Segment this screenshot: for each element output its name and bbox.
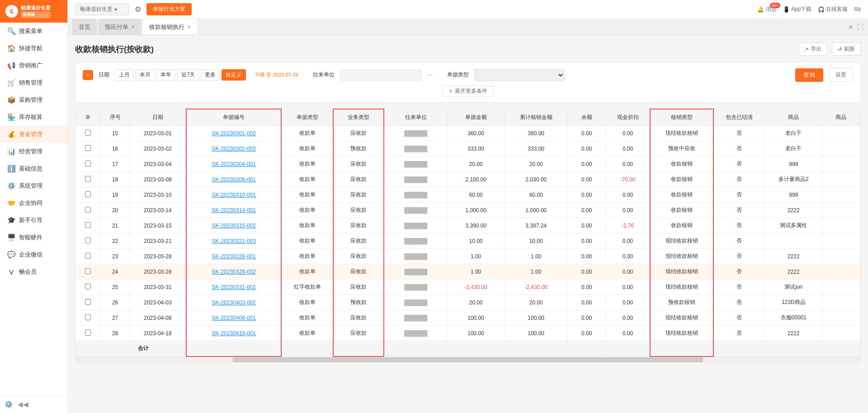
- sidebar-item-collab[interactable]: 🤝 企业协同: [0, 195, 67, 212]
- sidebar-item-system[interactable]: ⚙️ 系统管理: [0, 177, 67, 195]
- row-checkbox[interactable]: [85, 176, 91, 182]
- tab-collection[interactable]: 收款核销执行 ✕: [143, 19, 197, 35]
- td-checkbox[interactable]: [75, 295, 101, 310]
- single-no-link[interactable]: SK-20230403-002: [212, 299, 256, 306]
- sidebar-item-label: 销售管理: [19, 79, 42, 87]
- sidebar-item-ops[interactable]: 📊 经营管理: [0, 143, 67, 160]
- sidebar-item-search[interactable]: 🔍 搜索菜单: [0, 23, 67, 40]
- td-checkbox[interactable]: [75, 310, 101, 326]
- sidebar-item-quicknav[interactable]: 🏠 快捷导航: [0, 40, 67, 57]
- last-month-button[interactable]: 上月: [115, 69, 134, 81]
- row-checkbox[interactable]: [85, 268, 91, 274]
- single-no-link[interactable]: SK-20230418-001: [212, 330, 256, 337]
- sidebar-item-wechat[interactable]: 💬 企业微信: [0, 246, 67, 263]
- row-checkbox[interactable]: [85, 299, 91, 305]
- td-checkbox[interactable]: [75, 172, 101, 187]
- settings-bottom-icon[interactable]: ⚙️: [5, 400, 13, 408]
- single-no-link[interactable]: SK-20230328-001: [212, 253, 256, 260]
- td-checkbox[interactable]: [75, 280, 101, 295]
- row-checkbox[interactable]: [85, 222, 91, 228]
- sidebar-item-purchase[interactable]: 📦 采购管理: [0, 91, 67, 109]
- refresh-button[interactable]: ↺ 刷新: [832, 43, 861, 56]
- single-no-link[interactable]: SK-20230304-001: [212, 161, 256, 167]
- td-checkbox[interactable]: [75, 203, 101, 218]
- row-checkbox[interactable]: [85, 207, 91, 213]
- counterpart-input[interactable]: [340, 70, 421, 81]
- sidebar-item-member[interactable]: V 畅会员: [0, 263, 67, 280]
- topbar-gear-icon[interactable]: ⚙: [135, 5, 141, 14]
- sidebar-item-basic[interactable]: ℹ️ 基础信息: [0, 160, 67, 177]
- scrollbar-thumb[interactable]: [232, 357, 703, 362]
- single-no-link[interactable]: SK-20230331-002: [212, 284, 256, 290]
- row-checkbox[interactable]: [85, 237, 91, 243]
- td-checkbox[interactable]: [75, 218, 101, 233]
- td-cumulative: 360.00: [505, 126, 568, 141]
- td-checkbox[interactable]: [75, 187, 101, 203]
- row-checkbox[interactable]: [85, 314, 91, 320]
- online-service-button[interactable]: 🎧 在线客服: [818, 5, 848, 13]
- single-no-link[interactable]: SK-20230302-002: [212, 146, 256, 152]
- sidebar-item-finance[interactable]: 💰 资金管理: [0, 126, 67, 143]
- td-cash-discount: 0.00: [606, 310, 650, 326]
- td-checkbox[interactable]: [75, 141, 101, 157]
- tab-prepay[interactable]: 预应付单 ✕: [99, 19, 141, 35]
- single-no-link[interactable]: SK-20230408-001: [212, 315, 256, 321]
- sidebar-item-stock[interactable]: 🏪 库存核算: [0, 109, 67, 126]
- sidebar-item-marketing[interactable]: 📢 营销推广: [0, 57, 67, 74]
- company-dropdown[interactable]: 畅康道好生意 ▾: [75, 3, 129, 15]
- voucher-type-select[interactable]: [474, 69, 565, 81]
- single-no-link[interactable]: SK-20230328-002: [212, 269, 256, 275]
- setting-button[interactable]: 设置: [829, 68, 853, 82]
- content-area: 收款核销执行(按收款) ↗ 导出 ↺ 刷新 » 日期 上月 本月: [68, 35, 868, 413]
- tab-prepay-close-icon[interactable]: ✕: [131, 24, 135, 29]
- single-no-link[interactable]: SK-20230315-002: [212, 223, 256, 229]
- maximize-window-icon[interactable]: ⛶: [857, 24, 863, 31]
- single-no-link[interactable]: SK-20230301-002: [212, 130, 256, 137]
- page-title: 收款核销执行(按收款): [75, 44, 154, 55]
- single-no-link[interactable]: SK-20230321-003: [212, 238, 256, 244]
- td-checkbox[interactable]: [75, 326, 101, 341]
- close-window-icon[interactable]: ✕: [848, 24, 854, 31]
- user-name[interactable]: Rit: [854, 6, 861, 13]
- tab-collection-close-icon[interactable]: ✕: [187, 24, 191, 29]
- collapse-icon[interactable]: ◀◀: [18, 400, 28, 408]
- filter-expand-button[interactable]: »: [83, 70, 93, 80]
- sidebar-item-guide[interactable]: 🎓 新手引导: [0, 212, 67, 229]
- sidebar-item-hardware[interactable]: 🖥️ 智能硬件: [0, 229, 67, 246]
- single-no-link[interactable]: SK-20230310-001: [212, 192, 256, 198]
- counterpart-dots[interactable]: ···: [427, 71, 433, 79]
- row-checkbox[interactable]: [85, 130, 91, 136]
- row-checkbox[interactable]: [85, 191, 91, 197]
- single-no-link[interactable]: SK-20230314-001: [212, 207, 256, 214]
- row-checkbox[interactable]: [85, 284, 91, 290]
- table-scrollbar[interactable]: [75, 357, 860, 362]
- main-area: 畅康道好生意 ▾ ⚙ 体验行业方案 🔔 消息 99+ 📱 App下载 🎧 在线客…: [68, 0, 868, 413]
- tab-home[interactable]: 首页: [72, 19, 97, 35]
- filter-bar: » 日期 上月 本月 本年 近7天 更多 自定义 不限 至 2023-07-26…: [75, 62, 861, 103]
- th-gear[interactable]: ⚙: [75, 109, 101, 126]
- row-checkbox[interactable]: [85, 161, 91, 166]
- expand-more-button[interactable]: ∨ 展开更多条件: [443, 85, 493, 97]
- more-date-button[interactable]: 更多: [201, 69, 220, 81]
- td-checkbox[interactable]: [75, 264, 101, 280]
- app-download-button[interactable]: 📱 App下载: [783, 5, 811, 13]
- last-7days-button[interactable]: 近7天: [177, 69, 199, 81]
- query-button[interactable]: 查询: [795, 68, 823, 82]
- row-checkbox[interactable]: [85, 145, 91, 151]
- td-checkbox[interactable]: [75, 249, 101, 264]
- row-checkbox[interactable]: [85, 253, 91, 259]
- td-checkbox[interactable]: [75, 126, 101, 141]
- industry-solution-button[interactable]: 体验行业方案: [146, 3, 192, 15]
- export-button[interactable]: ↗ 导出: [798, 43, 827, 56]
- messages-button[interactable]: 🔔 消息 99+: [757, 5, 777, 13]
- this-month-button[interactable]: 本月: [136, 69, 155, 81]
- info-icon: ℹ️: [7, 165, 15, 173]
- sidebar-item-sales[interactable]: 🛒 销售管理: [0, 74, 67, 91]
- single-no-link[interactable]: SK-20230308-001: [212, 176, 256, 183]
- this-year-button[interactable]: 本年: [156, 69, 175, 81]
- custom-date-button[interactable]: 自定义: [222, 69, 246, 81]
- td-date: 2023-03-04: [129, 157, 186, 172]
- row-checkbox[interactable]: [85, 330, 91, 336]
- td-checkbox[interactable]: [75, 233, 101, 249]
- td-checkbox[interactable]: [75, 157, 101, 172]
